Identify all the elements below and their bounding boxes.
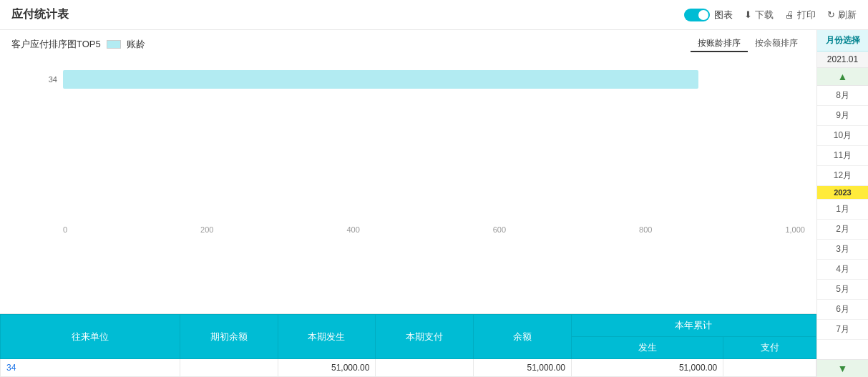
sidebar-month-item[interactable]: 10月 — [817, 126, 868, 146]
th-unit: 往来单位 — [1, 315, 180, 359]
refresh-icon: ↻ — [827, 9, 835, 20]
td-ytd-occurrence: 51,000.00 — [571, 359, 723, 377]
td-balance: 51,000.00 — [474, 359, 572, 377]
legend-color-label: 账龄 — [127, 38, 145, 51]
download-icon: ⬇ — [744, 9, 752, 20]
print-label: 打印 — [797, 9, 816, 21]
toggle-thumb — [698, 10, 708, 20]
download-label: 下载 — [755, 9, 774, 21]
table-row: 34 51,000.00 51,000.00 51,000.00 — [1, 359, 816, 377]
sidebar-month-item[interactable]: 11月 — [817, 146, 868, 166]
legend-color-box — [107, 40, 121, 49]
header-actions: 图表 ⬇ 下载 🖨 打印 ↻ 刷新 — [684, 9, 857, 21]
x-axis: 0 200 400 600 800 1,000 — [36, 222, 805, 234]
x-axis-200: 200 — [200, 225, 213, 234]
sidebar-month-item[interactable]: 8月 — [817, 86, 868, 106]
sidebar: 月份选择 2021.01 ▲ 8月9月10月11月12月20231月2月3月4月… — [816, 30, 868, 377]
bar-container: 856天 — [63, 70, 805, 89]
app-container: 应付统计表 图表 ⬇ 下载 🖨 打印 ↻ 刷新 — [0, 0, 868, 377]
sidebar-month-item[interactable]: 5月 — [817, 280, 868, 300]
bar-chart: 34 856天 — [36, 65, 805, 222]
sidebar-down-button[interactable]: ▼ — [817, 359, 868, 377]
print-icon: 🖨 — [785, 9, 794, 20]
main-area: 客户应付排序图TOP5 账龄 按账龄排序 按余额排序 34 856天 — [0, 30, 868, 377]
x-axis-800: 800 — [639, 225, 652, 234]
header: 应付统计表 图表 ⬇ 下载 🖨 打印 ↻ 刷新 — [0, 0, 868, 30]
th-opening: 期初余额 — [180, 315, 278, 359]
td-occurrence: 51,000.00 — [278, 359, 376, 377]
sidebar-month-item[interactable]: 9月 — [817, 106, 868, 126]
sidebar-month-item[interactable]: 3月 — [817, 240, 868, 260]
th-ytd-occurrence: 发生 — [571, 337, 723, 359]
sidebar-year-value: 2021.01 — [817, 52, 868, 68]
bar-fill — [63, 70, 698, 89]
refresh-button[interactable]: ↻ 刷新 — [827, 9, 857, 21]
sort-buttons: 按账龄排序 按余额排序 — [691, 36, 805, 52]
x-axis-600: 600 — [493, 225, 506, 234]
th-occurrence: 本期发生 — [278, 315, 376, 359]
th-payment: 本期支付 — [376, 315, 474, 359]
td-unit: 34 — [1, 359, 180, 377]
sidebar-up-button[interactable]: ▲ — [817, 68, 868, 86]
td-payment — [376, 359, 474, 377]
sidebar-month-item[interactable]: 2月 — [817, 220, 868, 240]
th-ytd-group: 本年累计 — [571, 315, 816, 337]
td-opening — [180, 359, 278, 377]
sidebar-month-item[interactable]: 1月 — [817, 200, 868, 220]
th-balance: 余额 — [474, 315, 572, 359]
th-ytd-payment: 支付 — [723, 337, 816, 359]
bar-label: 34 — [36, 75, 57, 84]
refresh-label: 刷新 — [838, 9, 857, 21]
legend-text: 客户应付排序图TOP5 — [11, 38, 101, 51]
page-title: 应付统计表 — [11, 7, 69, 22]
sidebar-month-item[interactable]: 2023 — [817, 186, 868, 200]
chart-top: 客户应付排序图TOP5 账龄 按账龄排序 按余额排序 — [0, 30, 816, 58]
sidebar-month-item[interactable]: 4月 — [817, 260, 868, 280]
data-table: 往来单位 期初余额 本期发生 本期支付 余额 本年累计 发生 支付 — [0, 314, 816, 377]
chart-section: 客户应付排序图TOP5 账龄 按账龄排序 按余额排序 34 856天 — [0, 30, 816, 377]
chart-area: 34 856天 0 200 400 600 800 1,000 — [0, 58, 816, 313]
bar-row: 34 856天 — [36, 65, 805, 94]
chart-toggle-label: 图表 — [714, 9, 733, 21]
x-axis-1000: 1,000 — [785, 225, 805, 234]
unit-link[interactable]: 34 — [6, 363, 16, 373]
chart-toggle[interactable]: 图表 — [684, 9, 733, 21]
sidebar-scroll[interactable]: 8月9月10月11月12月20231月2月3月4月5月6月7月 — [817, 86, 868, 359]
sidebar-month-item[interactable]: 6月 — [817, 300, 868, 320]
x-axis-0: 0 — [63, 225, 67, 234]
table-section: 往来单位 期初余额 本期发生 本期支付 余额 本年累计 发生 支付 — [0, 313, 816, 377]
download-button[interactable]: ⬇ 下载 — [744, 9, 774, 21]
x-axis-400: 400 — [346, 225, 359, 234]
print-button[interactable]: 🖨 打印 — [785, 9, 816, 21]
sidebar-month-item[interactable]: 12月 — [817, 166, 868, 186]
sidebar-month-item[interactable]: 7月 — [817, 320, 868, 340]
sort-by-age-button[interactable]: 按账龄排序 — [691, 36, 748, 52]
sidebar-header: 月份选择 — [817, 30, 868, 52]
chart-legend: 客户应付排序图TOP5 账龄 — [11, 38, 145, 51]
toggle-track[interactable] — [684, 9, 710, 21]
td-ytd-payment — [723, 359, 816, 377]
sort-by-balance-button[interactable]: 按余额排序 — [748, 36, 805, 52]
